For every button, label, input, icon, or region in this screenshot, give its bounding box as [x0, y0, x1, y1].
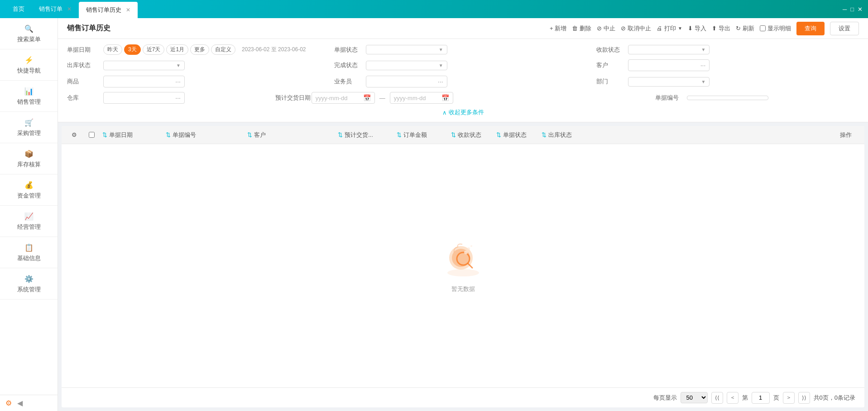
th-action: 操作: [584, 131, 861, 139]
date-buttons: 昨天 3天 近7天 近1月 更多 自定义: [103, 44, 235, 55]
sidebar-settings-icon[interactable]: ⚙: [5, 399, 12, 407]
last-page-button[interactable]: ⟩⟩: [798, 392, 810, 404]
sidebar-item-basic-info[interactable]: 📋 基础信息: [0, 237, 58, 268]
receipt-status-label: 收款状态: [596, 46, 628, 54]
salesman-input[interactable]: ···: [366, 76, 447, 87]
window-min-icon[interactable]: ─: [843, 6, 847, 13]
th-amount-label: 订单金额: [403, 131, 427, 139]
th-number[interactable]: ⇅ 单据编号: [163, 131, 245, 139]
sidebar-item-inventory[interactable]: 📦 库存核算: [0, 143, 58, 174]
th-settings[interactable]: ⚙: [65, 131, 83, 138]
sales-icon: 📊: [24, 86, 34, 96]
th-amount[interactable]: ⇅ 订单金额: [394, 131, 448, 139]
tab-home-label: 首页: [13, 5, 24, 13]
export-button[interactable]: ⬆ 导出: [712, 24, 730, 33]
table-footer: 每页显示 50 10 20 100 ⟨⟨ ＜ 第 页 ＞ ⟩⟩ 共0页，0条记录: [62, 387, 864, 407]
prev-page-button[interactable]: ＜: [727, 392, 739, 404]
delivery-date-start-placeholder: yyyy-mm-dd: [316, 95, 348, 102]
sidebar-item-search[interactable]: 🔍 搜索菜单: [0, 18, 58, 49]
sort-amount-icon: ⇅: [397, 131, 402, 138]
status-select[interactable]: ▼: [366, 45, 447, 54]
customer-input[interactable]: ···: [628, 59, 710, 71]
status-filter-control: ▼: [366, 45, 597, 54]
page-title: 销售订单历史: [67, 24, 110, 33]
order-num-input[interactable]: [687, 96, 768, 100]
settings-button[interactable]: 设置: [830, 22, 859, 35]
refresh-button[interactable]: ↻ 刷新: [736, 24, 754, 33]
delivery-date-end-input[interactable]: yyyy-mm-dd 📅: [390, 92, 453, 104]
first-page-button[interactable]: ⟨⟨: [711, 392, 723, 404]
tab-sales-order-close[interactable]: ✕: [67, 6, 72, 12]
th-order-label: 单据状态: [503, 131, 527, 139]
per-page-select[interactable]: 50 10 20 100: [681, 392, 708, 403]
query-button[interactable]: 查询: [796, 22, 825, 35]
complete-status-select[interactable]: ▼: [366, 61, 447, 70]
tab-sales-order-history[interactable]: 销售订单历史 ✕: [79, 2, 138, 18]
basic-info-icon: 📋: [24, 242, 34, 252]
sidebar-collapse-icon[interactable]: ◀: [17, 399, 23, 407]
delivery-date-end-placeholder: yyyy-mm-dd: [394, 95, 426, 102]
filter-area: 单据日期 昨天 3天 近7天 近1月 更多 自定义 2023-06-02 至 2…: [58, 39, 868, 122]
warehouse-dots-icon[interactable]: ···: [175, 94, 181, 102]
window-max-icon[interactable]: □: [850, 6, 854, 13]
th-receipt-status[interactable]: ⇅ 收款状态: [448, 131, 494, 139]
new-button[interactable]: + 新增: [550, 24, 566, 33]
tab-sales-order[interactable]: 销售订单 ✕: [32, 0, 79, 18]
sidebar-item-inventory-label: 库存核算: [17, 160, 41, 169]
tab-home[interactable]: 首页: [5, 0, 32, 18]
sidebar-item-finance[interactable]: 💰 资金管理: [0, 174, 58, 206]
delete-button[interactable]: 🗑 删除: [572, 24, 591, 33]
receipt-status-select[interactable]: ▼: [628, 45, 710, 54]
export-label: 导出: [719, 24, 730, 33]
th-date[interactable]: ⇅ 单据日期: [100, 131, 163, 139]
date-btn-custom[interactable]: 自定义: [211, 44, 235, 55]
out-status-select[interactable]: ▼: [103, 61, 185, 70]
calendar-end-icon[interactable]: 📅: [441, 94, 449, 102]
page-number-input[interactable]: [752, 392, 770, 404]
goods-dots-icon[interactable]: ···: [175, 78, 181, 85]
date-btn-3days[interactable]: 3天: [124, 44, 141, 55]
print-button[interactable]: 🖨 打印 ▼: [657, 24, 682, 33]
date-btn-7days[interactable]: 近7天: [143, 44, 165, 55]
sidebar-item-operations[interactable]: 📈 经营管理: [0, 206, 58, 237]
import-button[interactable]: ⬇ 导入: [688, 24, 706, 33]
sidebar-item-quick-nav[interactable]: ⚡ 快捷导航: [0, 49, 58, 81]
salesman-dots-icon[interactable]: ···: [438, 78, 443, 85]
quick-nav-icon: ⚡: [24, 55, 34, 65]
customer-filter-label: 客户: [596, 61, 628, 69]
warehouse-input[interactable]: ···: [103, 92, 185, 104]
warehouse-control: ···: [103, 92, 275, 104]
th-delivery[interactable]: ⇅ 预计交货...: [335, 131, 394, 139]
window-close-icon[interactable]: ✕: [858, 6, 863, 13]
department-select[interactable]: ▼: [628, 77, 710, 87]
sidebar-item-finance-label: 资金管理: [17, 192, 41, 200]
th-customer[interactable]: ⇅ 客户: [245, 131, 335, 139]
select-all-checkbox[interactable]: [89, 132, 95, 138]
date-btn-1month[interactable]: 近1月: [166, 44, 188, 55]
th-order-status[interactable]: ⇅ 单据状态: [494, 131, 539, 139]
sidebar-item-purchase[interactable]: 🛒 采购管理: [0, 112, 58, 143]
show-detail-input[interactable]: [760, 25, 766, 31]
tab-sales-order-history-close[interactable]: ✕: [126, 7, 130, 13]
delivery-date-start-input[interactable]: yyyy-mm-dd 📅: [312, 92, 375, 104]
table-settings-icon[interactable]: ⚙: [72, 131, 77, 138]
sidebar-item-system[interactable]: ⚙️ 系统管理: [0, 268, 58, 300]
cancel-stop-button[interactable]: ⊘ 取消中止: [621, 24, 651, 33]
sidebar-item-sales[interactable]: 📊 销售管理: [0, 81, 58, 112]
receipt-status-arrow: ▼: [701, 47, 705, 52]
customer-dots-icon[interactable]: ···: [700, 62, 706, 69]
calendar-start-icon[interactable]: 📅: [363, 94, 371, 102]
show-detail-checkbox[interactable]: 显示明细: [760, 24, 791, 33]
collapse-up-icon: ∧: [442, 109, 447, 116]
next-page-button[interactable]: ＞: [783, 392, 795, 404]
warehouse-label: 仓库: [67, 94, 103, 102]
date-btn-more[interactable]: 更多: [190, 44, 209, 55]
th-checkbox[interactable]: [83, 132, 100, 138]
goods-input[interactable]: ···: [103, 76, 185, 87]
system-icon: ⚙️: [24, 274, 34, 284]
stop-button[interactable]: ⊘ 中止: [597, 24, 615, 33]
collapse-button[interactable]: ∧ 收起更多条件: [67, 108, 859, 116]
import-icon: ⬇: [688, 25, 693, 32]
th-out-status[interactable]: ⇅ 出库状态: [539, 131, 584, 139]
date-btn-yesterday[interactable]: 昨天: [103, 44, 122, 55]
